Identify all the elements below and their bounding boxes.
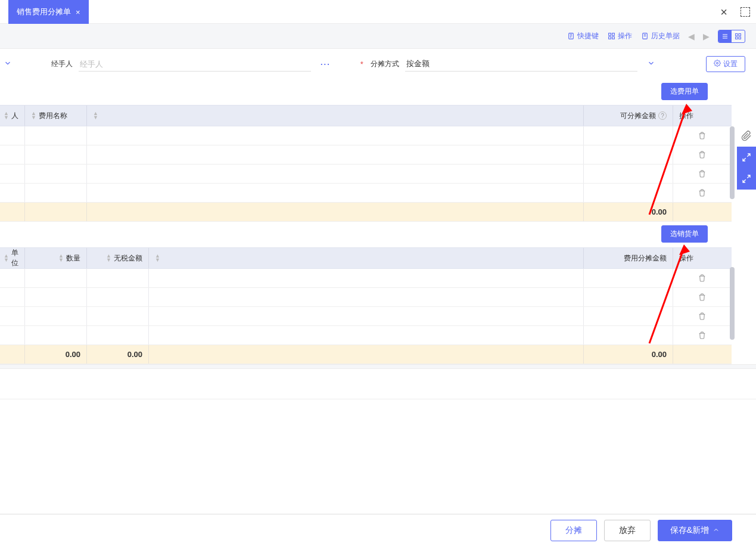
divider — [0, 364, 756, 369]
help-icon[interactable]: ? — [658, 111, 667, 120]
sort-icon: ▲▼ — [93, 111, 98, 120]
sort-icon: ▲▼ — [4, 254, 9, 262]
tab-title: 销售费用分摊单 — [17, 7, 71, 17]
sort-icon: ▲▼ — [106, 254, 111, 262]
tab-close-icon[interactable]: × — [76, 8, 80, 17]
sales-sum-row: 0.00 0.00 0.00 — [0, 345, 732, 364]
handler-input[interactable] — [79, 57, 311, 72]
expense-grid: ▲▼ 人 ▲▼ 费用名称 ▲▼ 可分摊金额 ? 操作 0.00 — [0, 105, 732, 222]
svg-rect-3 — [608, 37, 611, 39]
trash-icon[interactable] — [698, 331, 707, 340]
expense-col-ops: 操作 — [673, 106, 732, 126]
trash-icon[interactable] — [698, 274, 707, 283]
expense-col-first[interactable]: ▲▼ 人 — [0, 106, 25, 126]
trash-icon[interactable] — [698, 189, 707, 197]
handler-label: 经手人 — [51, 59, 73, 69]
nav-prev-icon[interactable]: ◀ — [688, 32, 695, 41]
float-tools — [737, 125, 756, 190]
scrollbar-grid2[interactable] — [730, 267, 735, 340]
view-toggle — [718, 30, 745, 43]
save-new-button[interactable]: 保存&新增 — [658, 520, 732, 541]
shortcut-label: 快捷键 — [577, 31, 599, 41]
scrollbar-grid1[interactable] — [730, 126, 735, 199]
expense-col-mid[interactable]: ▲▼ — [87, 106, 584, 126]
table-row[interactable] — [0, 288, 732, 307]
expense-grid-header: ▲▼ 人 ▲▼ 费用名称 ▲▼ 可分摊金额 ? 操作 — [0, 105, 732, 126]
svg-rect-9 — [739, 37, 741, 39]
sales-grid-header: ▲▼ 单位 ▲▼ 数量 ▲▼ 无税金额 ▲▼ 费用分摊金额 操作 — [0, 247, 732, 269]
sales-col-mid[interactable]: ▲▼ — [149, 248, 584, 268]
expand-tool2-icon[interactable] — [737, 168, 756, 190]
table-row[interactable] — [0, 126, 732, 145]
spacer — [0, 369, 756, 399]
save-new-label: 保存&新增 — [670, 525, 709, 536]
gear-icon — [714, 60, 721, 69]
grid1-head: 选费用单 — [0, 79, 732, 105]
sales-col-unit[interactable]: ▲▼ 单位 — [0, 248, 25, 268]
select-sales-button[interactable]: 选销货单 — [661, 225, 708, 243]
fullscreen-icon[interactable] — [741, 7, 750, 17]
expand-icon[interactable] — [0, 59, 15, 69]
sort-icon: ▲▼ — [58, 254, 64, 262]
expense-col-name[interactable]: ▲▼ 费用名称 — [25, 106, 87, 126]
table-row[interactable] — [0, 307, 732, 326]
allocate-button[interactable]: 分摊 — [550, 520, 597, 541]
svg-rect-1 — [608, 33, 611, 36]
table-row[interactable] — [0, 184, 732, 203]
actions-link[interactable]: 操作 — [607, 31, 632, 41]
history-link[interactable]: 历史单据 — [640, 31, 680, 41]
view-grid-icon[interactable] — [732, 30, 745, 42]
table-row[interactable] — [0, 326, 732, 345]
trash-icon[interactable] — [698, 132, 707, 140]
sales-sum-qty: 0.00 — [25, 345, 87, 364]
shortcut-link[interactable]: 快捷键 — [567, 31, 599, 41]
select-expense-button[interactable]: 选费用单 — [661, 83, 708, 100]
trash-icon[interactable] — [698, 312, 707, 321]
table-row[interactable] — [0, 145, 732, 165]
actions-label: 操作 — [618, 31, 632, 41]
svg-rect-7 — [739, 33, 741, 36]
expand-tool-icon[interactable] — [737, 147, 756, 168]
toolbar: 快捷键 操作 历史单据 ◀ ▶ — [0, 24, 756, 49]
hr — [0, 399, 756, 399]
settings-button[interactable]: 设置 — [706, 56, 745, 72]
trash-icon[interactable] — [698, 151, 707, 159]
svg-point-10 — [717, 63, 718, 64]
filters-right: 设置 — [706, 56, 745, 72]
sales-col-alloc[interactable]: 费用分摊金额 — [584, 248, 673, 268]
window-close-icon[interactable]: × — [715, 3, 732, 21]
sales-grid: ▲▼ 单位 ▲▼ 数量 ▲▼ 无税金额 ▲▼ 费用分摊金额 操作 0.00 0.… — [0, 247, 732, 364]
svg-rect-6 — [736, 33, 738, 36]
method-select[interactable] — [405, 57, 637, 72]
chevron-up-icon — [713, 526, 720, 535]
attachment-icon[interactable] — [737, 125, 756, 147]
sales-col-qty[interactable]: ▲▼ 数量 — [25, 248, 87, 268]
sales-col-notax[interactable]: ▲▼ 无税金额 — [87, 248, 149, 268]
tab-bar: 销售费用分摊单 × × — [0, 0, 756, 24]
view-list-icon[interactable] — [718, 30, 732, 42]
nav-next-icon[interactable]: ▶ — [703, 32, 710, 41]
required-star-icon: * — [360, 60, 363, 69]
expense-sum-row: 0.00 — [0, 203, 732, 222]
clipboard-icon — [567, 32, 575, 41]
sales-col-ops: 操作 — [673, 248, 732, 268]
expense-sum-amount: 0.00 — [584, 203, 673, 221]
history-icon — [640, 32, 649, 41]
filters-row: 经手人 ··· * 分摊方式 设置 — [0, 49, 756, 79]
svg-rect-4 — [612, 37, 614, 39]
method-chevron-icon[interactable] — [647, 59, 655, 69]
footer: 分摊 放弃 保存&新增 — [0, 514, 756, 546]
method-label: 分摊方式 — [371, 59, 399, 69]
tabbar-right: × — [715, 0, 756, 24]
expense-col-amount[interactable]: 可分摊金额 ? — [584, 106, 673, 126]
tab-active[interactable]: 销售费用分摊单 × — [8, 0, 89, 24]
trash-icon[interactable] — [698, 293, 707, 302]
discard-button[interactable]: 放弃 — [604, 520, 651, 541]
sort-icon: ▲▼ — [155, 254, 160, 262]
table-row[interactable] — [0, 269, 732, 288]
table-row[interactable] — [0, 165, 732, 184]
sales-sum-notax: 0.00 — [87, 345, 149, 364]
handler-picker-icon[interactable]: ··· — [321, 60, 331, 69]
sort-icon: ▲▼ — [31, 111, 36, 120]
trash-icon[interactable] — [698, 170, 707, 178]
